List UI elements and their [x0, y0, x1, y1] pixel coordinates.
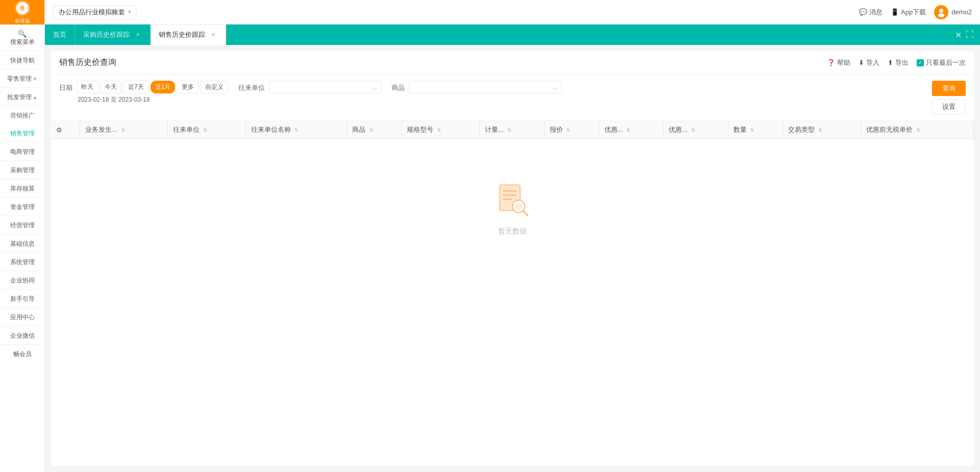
- import-icon: ⬇: [859, 59, 864, 66]
- sidebar-item-wechat[interactable]: 企业微信: [0, 326, 44, 344]
- tab-bar: 首页 采购历史价跟踪 × 销售历史价跟踪 × ✕ ⛶: [45, 25, 980, 45]
- export-icon: ⬆: [888, 59, 893, 66]
- sidebar-item-system[interactable]: 系统管理: [0, 253, 44, 271]
- tab-sales-history-label: 销售历史价跟踪: [159, 30, 205, 39]
- sidebar-logo[interactable]: 6 标准版: [0, 0, 44, 25]
- page-card: 销售历史价查询 ❓ 帮助 ⬇ 导入 ⬆ 导出: [51, 51, 974, 466]
- counterpart-filter-group: 往来单位 ...: [238, 81, 381, 93]
- sidebar-item-finance[interactable]: 资金管理: [0, 198, 44, 216]
- message-icon: 💬: [859, 8, 867, 16]
- gear-icon: ⚙: [56, 126, 62, 134]
- sidebar-item-inventory[interactable]: 库存核算: [0, 179, 44, 197]
- table-header: ⚙ 业务发生... ⇅ 往来单位 ⇅ 往来单位名称: [51, 121, 974, 139]
- tab-home-label: 首页: [53, 30, 66, 39]
- col-counterpart-code[interactable]: 往来单位 ⇅: [167, 121, 246, 139]
- col-spec[interactable]: 规格型号 ⇅: [402, 121, 480, 139]
- query-button[interactable]: 查询: [932, 81, 966, 96]
- settings-button[interactable]: 设置: [932, 99, 966, 114]
- counterpart-input[interactable]: [274, 83, 368, 91]
- sort-icon-discount1: ⇅: [626, 127, 630, 133]
- sidebar-item-ecommerce[interactable]: 电商管理: [0, 143, 44, 160]
- only-last-checkbox[interactable]: [917, 59, 924, 66]
- date-range-display: 2023-02-18 至 2023-03-18: [77, 96, 228, 104]
- date-btn-1month[interactable]: 近1月: [151, 81, 176, 93]
- tab-sales-history[interactable]: 销售历史价跟踪 ×: [151, 25, 226, 45]
- tab-purchase-history[interactable]: 采购历史价跟踪 ×: [75, 25, 151, 45]
- tab-close-all-icon[interactable]: ✕: [955, 30, 962, 40]
- sidebar-item-sales-mgmt[interactable]: 销售管理: [0, 124, 44, 142]
- top-header: 办公用品行业模拟账套 ▾ 💬 消息 📱 App下载 demo2: [45, 0, 980, 25]
- svg-text:6: 6: [20, 5, 24, 12]
- sort-icon-transaction-type: ⇅: [818, 127, 822, 133]
- table-container: ⚙ 业务发生... ⇅ 往来单位 ⇅ 往来单位名称: [51, 121, 974, 277]
- tab-fullscreen-icon[interactable]: ⛶: [966, 30, 974, 39]
- sort-icon-unit: ⇅: [507, 127, 511, 133]
- sidebar-item-purchase[interactable]: 采购管理: [0, 161, 44, 179]
- data-table: ⚙ 业务发生... ⇅ 往来单位 ⇅ 往来单位名称: [51, 121, 974, 139]
- import-button[interactable]: ⬇ 导入: [859, 58, 879, 67]
- counterpart-more-icon[interactable]: ...: [372, 84, 377, 91]
- help-button[interactable]: ❓ 帮助: [827, 58, 850, 67]
- user-menu[interactable]: demo2: [934, 5, 972, 19]
- retail-arrow-icon: ▼: [33, 76, 38, 82]
- date-filters: 昨天 今天 近7天 近1月 更多 自定义 2023-02-18 至 2023-0…: [77, 81, 228, 104]
- counterpart-filter-label: 往来单位: [238, 81, 265, 92]
- date-btn-more[interactable]: 更多: [177, 81, 199, 93]
- date-btn-7days[interactable]: 近7天: [124, 81, 149, 93]
- sidebar-item-search[interactable]: 🔍 搜索菜单: [0, 25, 44, 51]
- col-product[interactable]: 商品 ⇅: [347, 121, 401, 139]
- export-button[interactable]: ⬆ 导出: [888, 58, 909, 67]
- date-filter-label: 日期: [59, 81, 72, 92]
- sidebar-item-guide[interactable]: 新手引导: [0, 290, 44, 308]
- tab-sales-history-close[interactable]: ×: [209, 31, 217, 39]
- message-button[interactable]: 💬 消息: [859, 8, 883, 17]
- empty-text: 暂无数据: [498, 227, 527, 236]
- empty-icon: [492, 180, 533, 221]
- date-filter-group: 日期 昨天 今天 近7天 近1月 更多 自定义 2023-02-18 至 202…: [59, 81, 228, 104]
- col-discount2[interactable]: 优惠... ⇅: [664, 121, 728, 139]
- date-buttons: 昨天 今天 近7天 近1月 更多 自定义: [77, 81, 228, 93]
- content-area: 销售历史价查询 ❓ 帮助 ⬇ 导入 ⬆ 导出: [45, 45, 980, 472]
- app-download-button[interactable]: 📱 App下载: [891, 8, 926, 17]
- col-unit[interactable]: 计量... ⇅: [480, 121, 544, 139]
- sidebar-item-app-center[interactable]: 应用中心: [0, 308, 44, 326]
- sidebar-item-members[interactable]: 畅会员: [0, 345, 44, 363]
- sidebar-item-marketing[interactable]: 营销推广: [0, 106, 44, 124]
- col-pre-tax-price[interactable]: 优惠前无税单价 ⇅: [861, 121, 974, 139]
- sidebar-item-base-info[interactable]: 基础信息: [0, 234, 44, 252]
- product-filter-label: 商品: [391, 81, 405, 92]
- sidebar-logo-text: 标准版: [15, 17, 30, 25]
- col-discount1[interactable]: 优惠... ⇅: [599, 121, 664, 139]
- wholesale-arrow-icon: ▲: [33, 95, 38, 100]
- chevron-down-icon: ▾: [128, 9, 131, 15]
- tab-home[interactable]: 首页: [45, 25, 75, 45]
- col-gear[interactable]: ⚙: [51, 121, 80, 139]
- col-counterpart-name[interactable]: 往来单位名称 ⇅: [246, 121, 347, 139]
- product-input[interactable]: [413, 83, 548, 91]
- sidebar-item-quick-nav[interactable]: 快捷导航: [0, 51, 44, 69]
- help-icon: ❓: [827, 59, 835, 66]
- sidebar-item-enterprise[interactable]: 企业协同: [0, 271, 44, 289]
- sidebar-item-operations[interactable]: 经营管理: [0, 216, 44, 234]
- app-selector[interactable]: 办公用品行业模拟账套 ▾: [53, 5, 137, 19]
- col-quoted-price[interactable]: 报价 ⇅: [544, 121, 599, 139]
- sidebar-item-wholesale[interactable]: 批发管理 ▲: [0, 88, 44, 106]
- filter-action-buttons: 查询 设置: [932, 81, 966, 114]
- date-btn-yesterday[interactable]: 昨天: [77, 81, 98, 93]
- top-header-right: 💬 消息 📱 App下载 demo2: [859, 5, 972, 19]
- date-btn-custom[interactable]: 自定义: [201, 81, 228, 93]
- col-business-date[interactable]: 业务发生... ⇅: [80, 121, 168, 139]
- tab-purchase-history-close[interactable]: ×: [134, 31, 142, 39]
- col-transaction-type[interactable]: 交易类型 ⇅: [783, 121, 861, 139]
- page-title: 销售历史价查询: [59, 57, 116, 68]
- sort-icon-product: ⇅: [369, 127, 373, 133]
- app-selector-label: 办公用品行业模拟账套: [59, 8, 125, 17]
- sort-icon-pre-tax-price: ⇅: [916, 127, 920, 133]
- date-btn-today[interactable]: 今天: [100, 81, 121, 93]
- avatar: [934, 5, 948, 19]
- only-last-checkbox-label[interactable]: 只看最后一次: [917, 58, 966, 67]
- sort-icon-counterpart-code: ⇅: [203, 127, 207, 133]
- sidebar-item-retail[interactable]: 零售管理 ▼: [0, 69, 44, 87]
- product-more-icon[interactable]: ...: [552, 84, 557, 91]
- col-quantity[interactable]: 数量 ⇅: [728, 121, 782, 139]
